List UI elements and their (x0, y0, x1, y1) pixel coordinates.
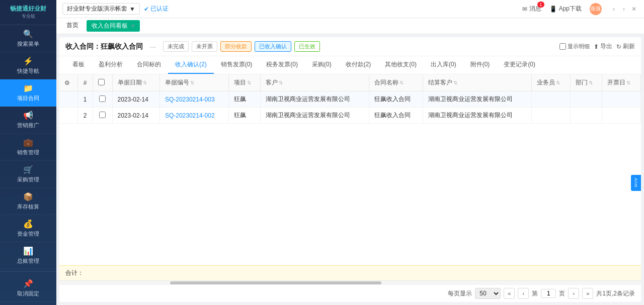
content-panel: 收入合同：狂飙收入合同 ··· 未完成 未开票 部分收款 已收入确认 已生效 显… (59, 37, 641, 302)
doc-no-link-1[interactable]: SQ-20230214-002 (165, 112, 215, 119)
sidebar-item-marketing[interactable]: 📢 营销推广 (0, 107, 56, 134)
sidebar-item-quicknav[interactable]: ⚡ 快捷导航 (0, 52, 56, 79)
title-area: 收入合同：狂飙收入合同 ··· 未完成 未开票 部分收款 已收入确认 已生效 (65, 41, 320, 52)
scrollbar-area[interactable] (59, 280, 641, 284)
row-checkbox-1[interactable] (99, 112, 106, 118)
sub-tab-dashboard[interactable]: 看板 (65, 56, 92, 74)
forward-button[interactable]: › (620, 5, 628, 13)
right-sticky-panel[interactable]: Arm (631, 175, 641, 191)
refresh-button[interactable]: ↻ 刷新 (616, 42, 635, 51)
sidebar: 畅捷通好业财 专业版 🔍 搜索菜单 ⚡ 快捷导航 📁 项目合同 📢 营销推广 💼… (0, 0, 56, 305)
next-page-button[interactable]: › (568, 288, 579, 299)
page-input[interactable] (541, 289, 556, 298)
row-billing-customer-1: 湖南卫视商业运营发展有限公司 (423, 108, 532, 124)
scrollbar-thumb[interactable] (170, 281, 381, 284)
page-size-label: 每页显示 (448, 289, 472, 298)
last-page-button[interactable]: » (582, 288, 593, 299)
company-selector[interactable]: 好业财专业版演示帐套 ▼ (62, 3, 140, 15)
th-gear[interactable]: ⚙ (59, 74, 77, 91)
back-button[interactable]: ‹ (610, 5, 618, 13)
sub-tab-profit[interactable]: 盈利分析 (92, 56, 130, 74)
tab-home[interactable]: 首页 (60, 18, 85, 34)
sub-tab-sales-invoice[interactable]: 销售发票(0) (214, 56, 260, 74)
row-doc-no-0[interactable]: SQ-20230214-003 (159, 91, 228, 108)
status-active[interactable]: 已生效 (294, 41, 320, 52)
doc-no-link-0[interactable]: SQ-20230214-003 (165, 96, 215, 103)
sub-tab-changes[interactable]: 变更记录(0) (497, 56, 542, 74)
th-check[interactable] (93, 74, 112, 91)
certified-badge: ✔ 已认证 (144, 5, 169, 13)
sub-tab-attachments[interactable]: 附件(0) (463, 56, 497, 74)
tab-contract-close-icon[interactable]: ✕ (131, 23, 135, 29)
select-all-checkbox[interactable] (98, 79, 105, 85)
sub-tab-warehouse[interactable]: 出入库(0) (424, 56, 463, 74)
row-doc-no-1[interactable]: SQ-20230214-002 (159, 108, 228, 124)
general-icon: 📊 (23, 246, 33, 256)
status-uninvoiced[interactable]: 未开票 (192, 41, 217, 52)
close-button[interactable]: ✕ (630, 5, 638, 13)
sub-tab-other-income[interactable]: 其他收支(0) (378, 56, 424, 74)
status-incomplete[interactable]: 未完成 (163, 41, 189, 52)
prev-page-button[interactable]: ‹ (518, 288, 529, 299)
th-billing-customer[interactable]: 结算客户⇅ (423, 74, 532, 91)
avatar-text: 珠珠 (590, 5, 601, 13)
row-contract-name-0: 狂飙收入合同 (369, 91, 423, 108)
status-confirmed[interactable]: 已收入确认 (255, 41, 291, 52)
row-doc-date-0: 2023-02-14 (112, 91, 159, 108)
th-dept[interactable]: 部门⇅ (571, 74, 602, 91)
sidebar-label-search: 搜索菜单 (17, 40, 39, 48)
th-salesperson[interactable]: 业务员⇅ (532, 74, 571, 91)
purchase-icon: 🛒 (23, 165, 33, 174)
sort-contract-name-icon: ⇅ (399, 80, 404, 85)
message-button[interactable]: ✉ 消息 1 (522, 5, 541, 13)
table-header-row: ⚙ # 单据日期⇅ 单据编号⇅ 项目⇅ 客户⇅ 合同名称⇅ 结算客户⇅ 业务员⇅… (59, 74, 641, 91)
window-controls: ‹ › ✕ (610, 5, 638, 13)
topbar: 好业财专业版演示帐套 ▼ ✔ 已认证 ✉ 消息 1 📱 App下载 珠珠 (56, 0, 644, 18)
row-check-0[interactable] (93, 91, 112, 108)
top-right-actions: 显示明细 ⬆ 导出 ↻ 刷新 (559, 42, 635, 51)
th-doc-date2[interactable]: 开票日⇅ (602, 74, 641, 91)
th-doc-date[interactable]: 单据日期⇅ (112, 74, 159, 91)
sidebar-item-purchase[interactable]: 🛒 采购管理 (0, 161, 56, 188)
quicknav-icon: ⚡ (23, 56, 33, 66)
tab-contract[interactable]: 收入合同看板 ✕ (87, 20, 140, 32)
table-body: 1 2023-02-14 SQ-20230214-003 狂飙 湖南卫视商业运营… (59, 91, 641, 124)
first-page-button[interactable]: « (504, 288, 515, 299)
sub-tab-tax-invoice[interactable]: 税务发票(0) (259, 56, 305, 74)
app-icon: 📱 (549, 6, 557, 13)
sub-tab-revenue-confirm[interactable]: 收入确认(2) (168, 56, 214, 74)
certified-label: 已认证 (150, 5, 169, 13)
sub-tabs: 看板 盈利分析 合同标的 收入确认(2) 销售发票(0) 税务发票(0) 采购(… (59, 56, 641, 74)
sidebar-item-capital[interactable]: 💰 资金管理 (0, 215, 56, 242)
sub-tab-purchase[interactable]: 采购(0) (305, 56, 339, 74)
sidebar-item-sales[interactable]: 💼 销售管理 (0, 134, 56, 161)
sidebar-item-general[interactable]: 📊 总账管理 (0, 242, 56, 269)
unpin-label: 取消固定 (17, 290, 39, 297)
sidebar-item-projects[interactable]: 📁 项目合同 (0, 79, 56, 107)
row-doc-date2-1 (602, 108, 641, 124)
show-detail-checkbox[interactable] (559, 43, 566, 50)
th-project[interactable]: 项目⇅ (229, 74, 261, 91)
tabs-nav: 首页 收入合同看板 ✕ (56, 18, 644, 34)
unpin-icon: 📌 (23, 279, 33, 288)
status-partial[interactable]: 部分收款 (220, 41, 252, 52)
show-detail-label[interactable]: 显示明细 (559, 43, 590, 50)
page-size-select[interactable]: 50 20 100 200 (475, 288, 501, 299)
app-download-button[interactable]: 📱 App下载 (549, 5, 582, 13)
sidebar-item-inventory[interactable]: 📦 库存核算 (0, 188, 56, 215)
export-button[interactable]: ⬆ 导出 (594, 42, 612, 51)
more-button[interactable]: ··· (147, 42, 159, 52)
sub-tab-payment[interactable]: 收付款(2) (339, 56, 378, 74)
th-contract-name[interactable]: 合同名称⇅ (369, 74, 423, 91)
row-checkbox-0[interactable] (99, 95, 106, 102)
sidebar-label-quicknav: 快捷导航 (17, 67, 39, 75)
sidebar-item-search[interactable]: 🔍 搜索菜单 (0, 25, 56, 52)
user-avatar-area[interactable]: 珠珠 (590, 3, 602, 15)
th-customer[interactable]: 客户⇅ (261, 74, 369, 91)
sub-tab-contract-std[interactable]: 合同标的 (130, 56, 168, 74)
logo-sub: 专业版 (4, 13, 52, 20)
row-check-1[interactable] (93, 108, 112, 124)
th-doc-no[interactable]: 单据编号⇅ (159, 74, 228, 91)
th-num: # (77, 74, 93, 91)
sidebar-item-unpin[interactable]: 📌 取消固定 (0, 275, 56, 302)
